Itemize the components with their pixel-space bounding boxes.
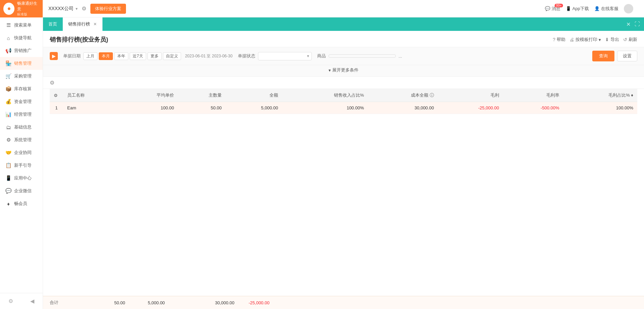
cell-gross-rate: -500.00% bbox=[503, 102, 563, 114]
page-title: 销售排行榜(按业务员) bbox=[50, 36, 108, 44]
sidebar-label-system: 系统管理 bbox=[14, 137, 32, 143]
date-custom-btn[interactable]: 自定义 bbox=[163, 52, 181, 60]
tab-fullscreen-icon[interactable]: ⛶ bbox=[635, 21, 640, 27]
expand-chevron-icon: ▾ bbox=[329, 68, 331, 73]
sidebar-item-corp-collab[interactable]: 🤝企业协同 bbox=[0, 146, 43, 159]
print-icon: 🖨 bbox=[569, 37, 574, 42]
col-gross-pct: 毛利占比% ♦ bbox=[563, 89, 637, 102]
logo-text-block: 畅康通好生意 标准版 bbox=[17, 1, 39, 17]
sidebar-icon-finance: 💰 bbox=[5, 99, 11, 105]
sidebar-icon-operations: 📊 bbox=[5, 111, 11, 117]
print-button[interactable]: 🖨 按模板打印 ▾ bbox=[569, 37, 601, 43]
export-button[interactable]: ⬇ 导出 bbox=[605, 37, 619, 43]
sidebar-icon-wechat: 💬 bbox=[5, 188, 11, 194]
sidebar-label-search-orders: 搜索菜单 bbox=[14, 22, 32, 28]
filter-expand-row: ▾ 展开更多条件 bbox=[43, 65, 644, 77]
sidebar-icon-inventory: 📦 bbox=[5, 86, 11, 92]
app-download-button[interactable]: 📱 App下载 bbox=[566, 6, 589, 12]
message-button[interactable]: 💬 消息 99+ bbox=[545, 6, 560, 12]
topbar-right: 💬 消息 99+ 📱 App下载 👤 在线客服 bbox=[545, 4, 639, 13]
date-this-month-btn[interactable]: 本月 bbox=[99, 52, 113, 60]
date-this-year-btn[interactable]: 本年 bbox=[114, 52, 128, 60]
footer-cells: 50.00 5,000.00 30,000.00 -25,000.00 bbox=[77, 300, 637, 305]
date-last-month-btn[interactable]: 上月 bbox=[83, 52, 97, 60]
tab-sales-rank[interactable]: 销售排行榜 ✕ bbox=[63, 17, 102, 31]
export-icon: ⬇ bbox=[605, 37, 609, 42]
sidebar-icon-corp-collab: 🤝 bbox=[5, 150, 11, 156]
table-header-row: ⚙ 员工名称 平均单价 主数量 全额 销售收入占比% 成本全额 ⓘ 毛利 毛利率… bbox=[50, 89, 637, 102]
status-filter-label: 单据状态 bbox=[238, 53, 255, 59]
table-body: 1 Eam 100.00 50.00 5,000.00 100.00% 30,0… bbox=[50, 102, 637, 114]
status-select-wrap bbox=[258, 52, 312, 60]
filter-more-btn[interactable]: ... bbox=[398, 54, 402, 59]
online-service-button[interactable]: 👤 在线客服 bbox=[594, 6, 618, 12]
tab-home[interactable]: 首页 bbox=[43, 17, 63, 31]
page-actions: ? 帮助 🖨 按模板打印 ▾ ⬇ 导出 ↺ 刷新 bbox=[553, 37, 637, 43]
tab-home-label: 首页 bbox=[48, 21, 57, 27]
company-selector[interactable]: XXXXX公司 ▾ bbox=[48, 6, 78, 12]
table-wrap: ⚙ 员工名称 平均单价 主数量 全额 销售收入占比% 成本全额 ⓘ 毛利 毛利率… bbox=[43, 89, 644, 296]
query-button[interactable]: 查询 bbox=[592, 51, 614, 61]
sidebar-nav: ☰搜索菜单⌂快捷导航📢营销推广🏪销售管理🛒采购管理📦库存核算💰资金管理📊经营管理… bbox=[0, 17, 43, 293]
tab-close-all-icon[interactable]: ✕ bbox=[626, 21, 631, 28]
company-name: XXXXX公司 bbox=[48, 6, 74, 12]
table-row: 1 Eam 100.00 50.00 5,000.00 100.00% 30,0… bbox=[50, 102, 637, 114]
sidebar-item-member[interactable]: ♦畅会员 bbox=[0, 197, 43, 210]
date-more-btn[interactable]: 更多 bbox=[147, 52, 162, 60]
filter-bar: ▶ 单据日期 上月 本月 本年 近7天 更多 自定义 2023-06-01 至 … bbox=[43, 47, 644, 65]
page-header: 销售排行榜(按业务员) ? 帮助 🖨 按模板打印 ▾ ⬇ 导出 ↺ 刷新 bbox=[43, 31, 644, 47]
col-gross: 毛利 bbox=[438, 89, 503, 102]
sidebar-item-app-center[interactable]: 📱应用中心 bbox=[0, 172, 43, 185]
sidebar-collapse-btn[interactable]: ◀ bbox=[29, 297, 36, 306]
goods-input[interactable] bbox=[329, 54, 396, 58]
sidebar-icon-search-orders: ☰ bbox=[5, 22, 11, 28]
avatar[interactable] bbox=[624, 4, 633, 13]
sidebar-item-operations[interactable]: 📊经营管理 bbox=[0, 108, 43, 121]
settings-icon[interactable]: ⚙ bbox=[82, 5, 86, 12]
tab-close-icon[interactable]: ✕ bbox=[93, 22, 97, 27]
table-footer: 合计 50.00 5,000.00 30,000.00 -25,000.00 bbox=[43, 296, 644, 309]
sidebar-label-marketing: 营销推广 bbox=[14, 48, 32, 54]
status-select[interactable] bbox=[258, 52, 312, 60]
date-filter-label: 单据日期 bbox=[63, 53, 81, 59]
sidebar-label-inventory: 库存核算 bbox=[14, 86, 32, 92]
table-toolbar: ⚙ bbox=[43, 77, 644, 89]
col-rank: ⚙ bbox=[50, 89, 63, 102]
col-gross-rate: 毛利率 bbox=[503, 89, 563, 102]
cell-name: Eam bbox=[63, 102, 121, 114]
sidebar-label-member: 畅会员 bbox=[14, 201, 27, 207]
sidebar-label-guide: 新手引导 bbox=[14, 162, 32, 168]
sidebar-item-finance[interactable]: 💰资金管理 bbox=[0, 95, 43, 108]
col-avg-price: 平均单价 bbox=[121, 89, 178, 102]
settings-button[interactable]: 设置 bbox=[617, 51, 637, 61]
sidebar-item-sales[interactable]: 🏪销售管理 bbox=[0, 57, 43, 70]
trial-button[interactable]: 体验行业方案 bbox=[90, 4, 126, 14]
sidebar-settings-btn[interactable]: ⚙ bbox=[7, 297, 14, 306]
sidebar-bottom: ⚙ ◀ bbox=[0, 293, 43, 309]
sidebar-icon-system: ⚙ bbox=[5, 137, 11, 143]
sidebar-label-operations: 经营管理 bbox=[14, 111, 32, 117]
help-button[interactable]: ? 帮助 bbox=[553, 37, 565, 43]
sidebar-item-marketing[interactable]: 📢营销推广 bbox=[0, 44, 43, 57]
cell-avg-price: 100.00 bbox=[121, 102, 178, 114]
column-settings-icon[interactable]: ⚙ bbox=[50, 80, 54, 86]
date-last-7-btn[interactable]: 近7天 bbox=[130, 52, 146, 60]
footer-total-label: 合计 bbox=[50, 300, 77, 306]
sidebar: 畅康通好生意 标准版 ☰搜索菜单⌂快捷导航📢营销推广🏪销售管理🛒采购管理📦库存核… bbox=[0, 0, 43, 309]
sidebar-item-system[interactable]: ⚙系统管理 bbox=[0, 134, 43, 146]
sidebar-item-purchase[interactable]: 🛒采购管理 bbox=[0, 70, 43, 83]
refresh-button[interactable]: ↺ 刷新 bbox=[623, 37, 637, 43]
sidebar-item-base-info[interactable]: 🗂基础信息 bbox=[0, 121, 43, 134]
sidebar-item-inventory[interactable]: 📦库存核算 bbox=[0, 83, 43, 95]
filter-expand-icon[interactable]: ▶ bbox=[50, 52, 58, 60]
sidebar-item-search-orders[interactable]: ☰搜索菜单 bbox=[0, 19, 43, 32]
sidebar-item-guide[interactable]: 📋新手引导 bbox=[0, 159, 43, 172]
logo-title: 畅康通好生意 bbox=[17, 1, 39, 12]
data-table: ⚙ 员工名称 平均单价 主数量 全额 销售收入占比% 成本全额 ⓘ 毛利 毛利率… bbox=[50, 89, 637, 114]
cell-amount: 5,000.00 bbox=[226, 102, 282, 114]
expand-more-conditions-btn[interactable]: ▾ 展开更多条件 bbox=[329, 67, 358, 73]
status-filter-group: 单据状态 bbox=[238, 52, 312, 60]
sidebar-label-base-info: 基础信息 bbox=[14, 124, 32, 130]
sidebar-item-quick-nav[interactable]: ⌂快捷导航 bbox=[0, 32, 43, 44]
sidebar-item-wechat[interactable]: 💬企业微信 bbox=[0, 185, 43, 197]
